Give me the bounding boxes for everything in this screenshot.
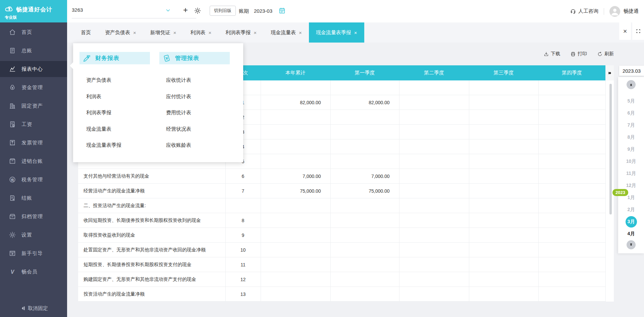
period-value[interactable]: 2023-03 [254,8,272,14]
topbar: 3263 + 切到旧版 账期 2023-03 人工咨询 畅捷通 [67,0,644,23]
sidebar-item-invoices[interactable]: 发票管理 [0,135,67,151]
refresh-button[interactable]: 刷新 [597,51,614,57]
sidebar-item-tax[interactable]: 税税务管理 [0,172,67,188]
print-button[interactable]: 打印 [570,51,587,57]
report-menu-item[interactable]: 利润表 [86,93,101,100]
month-label: 1月 [628,195,635,201]
tab-5[interactable]: 现金流量表× [264,22,309,43]
amount-cell: 82,000.00 [261,95,330,110]
current-period-badge[interactable]: 2023.03 [619,66,644,76]
report-menu-item[interactable]: 经营状况表 [166,126,191,132]
month-item-8月[interactable]: 8月 [618,133,644,142]
month-item-6月[interactable]: 6月 [618,109,644,118]
amount-cell [469,154,538,169]
report-menu-item[interactable]: 现金流量表 [86,126,111,132]
sidebar-item-beginner-guide[interactable]: 新手引导 [0,245,67,261]
month-item-9月[interactable]: 9月 [618,145,644,154]
month-item-3月[interactable]: 3月 [618,217,644,226]
tab-0[interactable]: 首页 [74,22,98,43]
tab-close-icon[interactable]: × [254,30,257,36]
period-label: 账期 [239,8,249,14]
amount-cell [469,125,538,139]
sidebar-item-label: 报表中心 [21,66,43,72]
month-item-2月[interactable]: 2月 [618,205,644,214]
report-menu-item[interactable]: 费用统计表 [166,110,191,116]
table-row: 投资活动产生的现金流量净额13 [78,287,605,302]
amount-cell [538,80,605,95]
chevron-down-icon[interactable] [165,7,171,13]
sidebar-item-vip[interactable]: V畅会员 [0,264,67,280]
avatar[interactable] [609,6,620,17]
sidebar-item-payroll[interactable]: 工资 [0,116,67,132]
report-menu-item[interactable]: 资产负债表 [86,77,111,83]
calendar-icon[interactable] [278,7,286,14]
print-label: 打印 [578,51,587,57]
sidebar-item-label: 总账 [21,48,32,54]
sidebar-item-fixed-assets[interactable]: 固定资产 [0,98,67,114]
account-select-value[interactable]: 3263 [72,7,83,13]
sidebar-item-archive[interactable]: 归档管理 [0,208,67,225]
tab-close-icon[interactable]: × [299,30,302,36]
support-button[interactable]: 人工咨询 [570,8,598,14]
download-button[interactable]: 下载 [543,51,560,57]
tab-1[interactable]: 资产负债表× [98,22,143,43]
amount-cell [538,139,605,154]
report-menu-item[interactable]: 应付统计表 [166,93,191,100]
sidebar-item-label: 固定资产 [21,103,43,109]
tab-4[interactable]: 利润表季报× [218,22,264,43]
line-no-cell [225,198,261,213]
tab-3[interactable]: 利润表× [183,22,219,43]
amount-cell [399,198,469,213]
fullscreen-icon[interactable] [632,22,644,40]
amount-cell [469,95,538,110]
months-scroll-down-button[interactable] [627,240,636,249]
tab-2[interactable]: 新增凭证× [143,22,183,43]
report-menu-item[interactable]: 应收统计表 [166,77,191,83]
account-select-underline [72,18,196,18]
month-item-5月[interactable]: 5月 [618,97,644,106]
report-menu-item[interactable]: 应收账龄表 [166,142,191,148]
sidebar-item-report-center[interactable]: 报表中心 [0,61,67,77]
amount-cell [469,257,538,272]
tab-close-icon[interactable]: × [133,30,136,36]
unpin-sidebar-button[interactable]: 取消固定 [0,302,67,314]
amount-cell [469,243,538,257]
month-item-10月[interactable]: 10月 [618,157,644,166]
tab-close-icon[interactable]: × [354,30,357,36]
months-scroll-up-button[interactable] [627,80,636,89]
sidebar-item-funds[interactable]: 资金管理 [0,79,67,96]
amount-cell [469,139,538,154]
sidebar-item-settings[interactable]: 设置 [0,227,67,243]
sidebar-item-closing[interactable]: 结账 [0,190,67,206]
unpin-label: 取消固定 [28,305,48,312]
report-menu-item[interactable]: 利润表季报 [86,110,111,116]
report-menu-item[interactable]: 现金流量表季报 [86,142,121,148]
column-header: 第三季度 [469,65,538,80]
amount-cell [261,228,330,243]
report-menu-section-0: 财务报表资产负债表利润表利润表季报现金流量表现金流量表季报 [79,52,150,64]
switch-old-version-button[interactable]: 切到旧版 [210,6,236,16]
tab-close-icon[interactable]: × [209,30,212,36]
tab-close-icon[interactable]: × [173,30,176,36]
month-item-11月[interactable]: 11月 [618,169,644,178]
gear-icon[interactable] [194,7,201,14]
inventory-icon [9,157,16,165]
amount-cell [330,154,399,169]
sidebar-item-general-ledger[interactable]: 总账 [0,43,67,59]
month-item-4月[interactable]: 4月 [618,230,644,238]
item-cell: 支付其他与经营活动有关的现金 [78,169,225,184]
amount-cell [399,169,469,184]
tab-6[interactable]: 现金流量表季报× [309,22,364,43]
month-item-7月[interactable]: 7月 [618,121,644,130]
expand-columns-icon[interactable] [605,65,614,80]
mgmt-report-icon [162,54,171,63]
user-name[interactable]: 畅捷通 [624,8,639,14]
column-header: 第二季度 [399,65,469,80]
add-account-button[interactable]: + [180,5,191,15]
sidebar-item-inventory-ledger[interactable]: 进销台账 [0,153,67,169]
table-scrollbar-thumb[interactable] [609,84,612,214]
close-tabs-icon[interactable]: × [619,22,631,40]
column-header: 本年累计 [261,65,330,80]
amount-cell: 7,000.00 [330,169,399,184]
sidebar-item-home[interactable]: 首页 [0,24,67,40]
